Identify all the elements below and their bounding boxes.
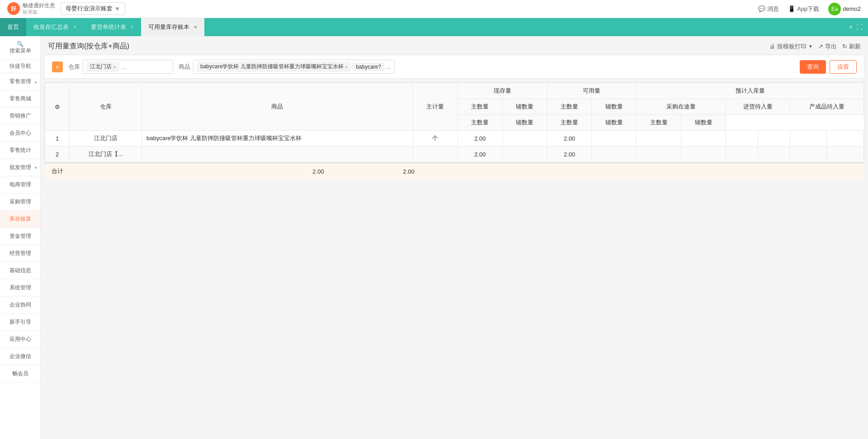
sidebar-item-app-center[interactable]: 应用中心 [0, 331, 40, 348]
col-stock-aux: 辅数量 [502, 99, 547, 115]
sidebar-quick-nav[interactable]: 快捷导航 [0, 60, 40, 73]
warehouse-ellipsis[interactable]: ... [121, 63, 126, 71]
sidebar-item-operations-mgmt[interactable]: 经营管理 [0, 245, 40, 262]
cell-product-1: babycare学饮杯 儿童防摔防撞吸管杯重力球吸嘴杯宝宝水杯 [142, 131, 413, 146]
cell-goods-main-2 [726, 146, 758, 162]
finance-mgmt-label: 资金管理 [9, 232, 31, 240]
sidebar-item-retail-stats[interactable]: 零售统计 [0, 142, 40, 159]
template-print-btn[interactable]: 🖨 按模板打印 ▼ [769, 42, 813, 51]
product-label: 商品 [179, 63, 190, 71]
filter-expand-btn[interactable]: » [52, 61, 63, 72]
top-bar-right: 💬 消息 📱 App下载 Ea demo2 [758, 3, 861, 15]
page-actions: 🖨 按模板打印 ▼ ↗ 导出 ↻ 刷新 [769, 42, 861, 51]
member-center-label: 会员中心 [9, 129, 31, 137]
sidebar-item-finance-mgmt[interactable]: 资金管理 [0, 228, 40, 245]
tab-shoufacun[interactable]: 收发存汇总表 × [26, 18, 84, 36]
page-title: 可用量查询(按仓库+商品) [48, 42, 129, 51]
filter-actions: 查询 设置 [800, 60, 857, 74]
sidebar-item-ecommerce-mgmt[interactable]: 电商管理 [0, 176, 40, 194]
sidebar-item-wholesale-mgmt[interactable]: 批发管理 [0, 159, 40, 176]
tab-home[interactable]: 首页 [0, 18, 26, 36]
sidebar-item-enterprise-collab[interactable]: 企业协同 [0, 297, 40, 314]
inventory-table: ⚙ 仓库 商品 主计量 现存量 可用量 预计入库量 主数量 辅数量 主数量 [45, 83, 864, 162]
col-purchase-main: 主数量 [458, 115, 502, 131]
cell-warehouse-1: 江北门店 [70, 131, 142, 146]
close-all-tabs[interactable]: × [849, 24, 853, 31]
sidebar-item-retail-mgmt[interactable]: 零售管理 [0, 73, 40, 90]
cell-avail-main-1: 2.00 [547, 131, 592, 146]
wholesale-mgmt-label: 批发管理 [9, 164, 31, 171]
tab-yaohuo[interactable]: 要货单统计表 × [84, 18, 141, 36]
retail-stats-label: 零售统计 [9, 146, 31, 154]
main-layout: 🔍 搜索菜单 快捷导航 零售管理 零售商城 营销推广 会员中心 零售统计 批发管… [0, 36, 868, 439]
sidebar-item-basic-info[interactable]: 基础信息 [0, 262, 40, 279]
sidebar-item-inventory-check[interactable]: 库存核算 [0, 211, 40, 228]
col-unit: 主计量 [413, 83, 458, 131]
top-bar-left: 好 畅捷通好生意 标准版 母婴行业演示账套 ▼ [7, 2, 125, 15]
col-products-main: 主数量 [637, 115, 681, 131]
product-input[interactable]: babycare学饮杯 儿童防摔防撞吸管杯重力球吸嘴杯宝宝水杯 × babyca… [193, 60, 395, 74]
tab-keyongliang-close[interactable]: × [194, 24, 197, 30]
sidebar-item-member-center[interactable]: 会员中心 [0, 125, 40, 142]
cell-no-2: 2 [45, 146, 70, 162]
app-center-label: 应用中心 [9, 335, 31, 343]
cell-avail-main-2: 2.00 [547, 146, 592, 162]
logo-text-block: 畅捷通好生意 标准版 [23, 2, 55, 15]
app-download-label: App下载 [797, 5, 819, 13]
expand-icon[interactable]: ⛶ [856, 24, 863, 31]
cell-product-2 [142, 146, 413, 162]
print-icon: 🖨 [769, 43, 775, 50]
cell-avail-aux-2 [592, 146, 637, 162]
col-avail-main: 主数量 [547, 99, 592, 115]
sidebar-item-new-guide[interactable]: 新手引导 [0, 314, 40, 331]
tab-shoufacun-close[interactable]: × [73, 24, 76, 30]
settings-button[interactable]: 设置 [830, 60, 857, 74]
export-btn[interactable]: ↗ 导出 [818, 42, 837, 51]
sidebar-item-member[interactable]: 畅会员 [0, 365, 40, 382]
cell-stock-main-2: 2.00 [458, 146, 502, 162]
col-warehouse: 仓库 [70, 83, 142, 131]
cell-stock-aux-1 [502, 131, 547, 146]
col-settings[interactable]: ⚙ [45, 83, 70, 131]
logo-main-text: 畅捷通好生意 [23, 2, 55, 9]
cell-goods-aux-1 [758, 131, 790, 146]
inventory-check-label: 库存核算 [9, 215, 31, 223]
sidebar-item-system-mgmt[interactable]: 系统管理 [0, 279, 40, 297]
tab-yaohuo-close[interactable]: × [131, 24, 134, 30]
product-tag-text: babycare学饮杯 儿童防摔防撞吸管杯重力球吸嘴杯宝宝水杯 [200, 63, 344, 71]
query-button[interactable]: 查询 [800, 60, 826, 74]
sidebar-search[interactable]: 🔍 搜索菜单 [0, 36, 40, 60]
top-bar: 好 畅捷通好生意 标准版 母婴行业演示账套 ▼ 💬 消息 📱 App下载 Ea … [0, 0, 868, 18]
filter-bar: » 仓库 江北门店 × ... 商品 [44, 55, 864, 79]
industry-selector[interactable]: 母婴行业演示账套 ▼ [61, 2, 125, 15]
user-profile[interactable]: Ea demo2 [828, 3, 861, 15]
message-action[interactable]: 💬 消息 [758, 5, 779, 13]
cell-purchase-main-1 [637, 131, 681, 146]
message-icon: 💬 [758, 5, 765, 12]
refresh-btn[interactable]: ↻ 刷新 [842, 42, 861, 51]
sidebar-item-retail-mall[interactable]: 零售商城 [0, 90, 40, 108]
template-print-label: 按模板打印 [777, 42, 807, 51]
warehouse-tag-jiangbei: 江北门店 × [87, 62, 119, 71]
tab-keyongliang[interactable]: 可用量库存账本 × [141, 18, 204, 36]
product-more[interactable]: ... [386, 64, 391, 70]
phone-icon: 📱 [788, 5, 795, 12]
warehouse-tag-close[interactable]: × [113, 64, 116, 70]
warehouse-input[interactable]: 江北门店 × ... [83, 60, 173, 74]
cell-goods-main-1 [726, 131, 758, 146]
footer-summary: 合计 2.00 2.00 [44, 163, 864, 179]
cell-stock-aux-2 [502, 146, 547, 162]
cell-products-main-2 [790, 146, 827, 162]
sidebar-item-marketing[interactable]: 营销推广 [0, 108, 40, 125]
summary-stock-main: 2.00 [296, 168, 341, 175]
export-label: 导出 [825, 42, 837, 51]
col-stock: 现存量 [458, 83, 547, 99]
col-expected-in: 预计入库量 [637, 83, 864, 99]
product-tag-close[interactable]: × [345, 64, 348, 70]
sidebar-item-enterprise-wechat[interactable]: 企业微信 [0, 348, 40, 365]
sidebar-item-purchase-mgmt[interactable]: 采购管理 [0, 194, 40, 211]
cell-avail-aux-1 [592, 131, 637, 146]
content-wrapper: » 仓库 江北门店 × ... 商品 [41, 55, 868, 183]
avatar: Ea [828, 3, 841, 15]
app-download-action[interactable]: 📱 App下载 [788, 5, 819, 13]
